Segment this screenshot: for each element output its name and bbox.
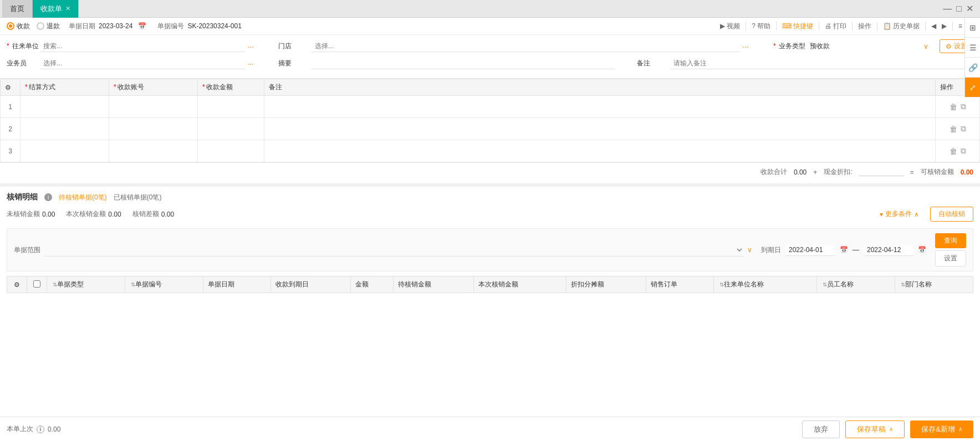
filter-settings-button[interactable]: 设置 [935,250,966,266]
sidebar-screen-icon[interactable]: ⤢ [965,78,980,98]
maximize-button[interactable]: □ [956,4,962,14]
help-btn[interactable]: ? 帮助 [752,22,770,31]
business-type-field: * 业务类型 预收款 ∨ [773,40,928,53]
date-from-input[interactable] [785,244,835,256]
tab-receipt[interactable]: 收款单 ✕ [33,0,79,18]
net-amount-label: 可核销金额 [921,167,954,177]
account-header: *收款账号 [109,79,198,96]
note-cell-1[interactable] [264,96,936,118]
amount-cell-2[interactable] [198,118,264,140]
summary-input[interactable] [312,58,615,69]
operate-btn[interactable]: 操作 [858,22,871,31]
counterparty-input[interactable] [40,40,245,52]
minimize-button[interactable]: — [943,4,952,14]
table-settings-header[interactable]: ⚙ [1,79,21,96]
range-dropdown-icon[interactable]: ∨ [747,246,752,254]
amount-cell-3[interactable] [198,140,264,162]
amount-cell-1[interactable] [198,96,264,118]
store-more-btn[interactable]: ··· [740,42,751,51]
staff-input[interactable] [40,58,245,69]
form-row-1: * 往来单位 ··· 门店 ··· * 业务类型 [7,39,973,53]
sort-icon3[interactable]: ⇅ [719,281,724,288]
sort-icon[interactable]: ⇅ [53,281,57,288]
copy-icon-1[interactable]: ⧉ [961,102,966,111]
store-input[interactable] [312,40,740,52]
bottom-table-settings-header[interactable]: ⚙ [7,276,27,293]
settlement-cell-1[interactable] [21,96,109,118]
account-cell-2[interactable] [109,118,198,140]
print-icon: 🖨 [825,22,831,30]
save-new-label: 保存&新增 [921,424,955,434]
history-btn[interactable]: 📋 历史单据 [883,22,920,31]
doc-date-header: 单据日期 [203,276,270,293]
staff-label: 业务员 [7,59,40,68]
note-cell-3[interactable] [264,140,936,162]
discount-input[interactable] [859,168,904,176]
note-cell-2[interactable] [264,118,936,140]
history-icon: 📋 [883,22,891,30]
account-cell-3[interactable] [109,140,198,162]
settlement-cell-2[interactable] [21,118,109,140]
calendar-to-icon[interactable]: 📅 [918,246,926,254]
verified-tab[interactable]: 已核销单据(0笔) [114,193,162,202]
copy-icon-2[interactable]: ⧉ [961,124,966,134]
date-value[interactable]: 2023-03-24 [99,22,132,30]
business-type-label: * 业务类型 [773,42,807,51]
note-header: 备注 [264,79,936,96]
table-row: 3 🗑 ⧉ [1,140,980,162]
shortcut-btn[interactable]: ⌨ 快捷键 [782,22,813,31]
equal-sign: = [910,168,914,176]
stats-row: 未核销金额 0.00 本次核销金额 0.00 核销差额 0.00 ▾ 更多条件 … [7,207,973,222]
select-all-checkbox[interactable] [33,280,40,288]
sidebar-link-icon[interactable]: 🔗 [965,58,980,78]
pending-tab[interactable]: 待核销单据(0笔) [59,193,107,202]
range-select[interactable] [44,244,744,257]
divider1 [746,22,746,30]
verify-header: 核销明细 i 待核销单据(0笔) 已核销单据(0笔) [7,192,973,202]
unverified-amount-value: 0.00 [42,211,55,218]
tab-close-icon[interactable]: ✕ [65,5,70,12]
calendar-from-icon[interactable]: 📅 [840,246,848,254]
sort-icon4[interactable]: ⇅ [823,281,827,288]
calendar-icon[interactable]: 📅 [136,21,149,31]
verify-title: 核销明细 [7,192,38,202]
save-draft-button[interactable]: 保存草稿 ∧ [845,421,905,438]
receipt-radio[interactable]: 收款 [7,22,30,31]
footer-info-icon[interactable]: ℹ [37,425,44,433]
delete-icon-1[interactable]: 🗑 [950,102,957,111]
delete-icon-3[interactable]: 🗑 [950,147,957,156]
date-to-input[interactable] [864,244,913,256]
prev-btn[interactable]: ◀ [931,22,936,30]
save-new-button[interactable]: 保存&新增 ∧ [910,421,973,438]
counterparty-more-btn[interactable]: ··· [245,42,256,51]
more-conditions-btn[interactable]: ▾ 更多条件 ∧ [880,209,919,219]
query-button[interactable]: 查询 [935,233,966,248]
list-view-btn[interactable]: ≡ [958,22,962,30]
doc-number-value[interactable]: SK-20230324-001 [187,22,241,30]
business-type-dropdown-icon[interactable]: ∨ [923,43,928,50]
business-type-value[interactable]: 预收款 [807,40,923,53]
settlement-cell-3[interactable] [21,140,109,162]
account-cell-1[interactable] [109,96,198,118]
refund-radio[interactable]: 退款 [37,22,60,31]
auto-verify-button[interactable]: 自动核销 [930,207,973,222]
staff-more-btn[interactable]: ··· [245,59,256,68]
video-btn[interactable]: ▶ 视频 [720,22,740,31]
sort-icon2[interactable]: ⇅ [131,281,135,288]
tab-bar: 首页 收款单 ✕ — □ ✕ [0,0,980,18]
print-btn[interactable]: 🖨 打印 [825,22,846,31]
bottom-table-checkbox-header[interactable] [27,276,47,293]
sort-icon5[interactable]: ⇅ [901,281,905,288]
sidebar-table-icon[interactable]: ⊞ [965,18,980,38]
next-btn[interactable]: ▶ [942,22,947,30]
delete-icon-2[interactable]: 🗑 [950,125,957,134]
note-input[interactable] [670,58,973,69]
copy-icon-3[interactable]: ⧉ [961,146,966,156]
verify-info-icon[interactable]: i [44,193,52,201]
total-value: 0.00 [794,168,807,176]
close-button[interactable]: ✕ [966,3,973,14]
sidebar-list-icon[interactable]: ☰ [965,38,980,58]
abandon-button[interactable]: 放弃 [802,421,840,438]
sales-order-header: 销售订单 [646,276,714,293]
tab-home[interactable]: 首页 [2,0,33,18]
